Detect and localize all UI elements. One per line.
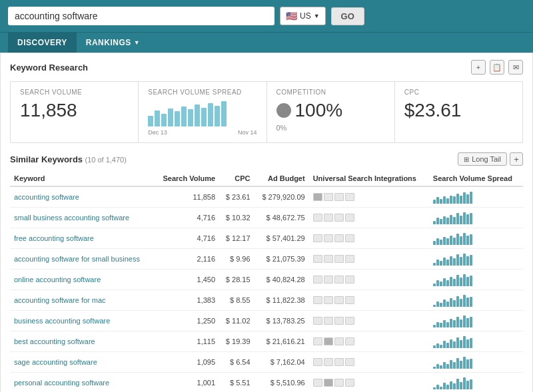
chevron-down-icon: ▼ xyxy=(134,39,140,46)
table-row: best accounting software1,115$ 19.39$ 21… xyxy=(10,331,523,352)
usi-icon xyxy=(324,276,333,284)
cell-spread-sparkline xyxy=(429,311,523,331)
usi-icon xyxy=(313,337,322,345)
keywords-table: Keyword Search Volume CPC Ad Budget Univ… xyxy=(10,171,523,392)
mini-sparkline xyxy=(433,355,519,369)
header-icons: + 📋 ✉ xyxy=(471,60,523,75)
cell-usi xyxy=(309,208,429,228)
cell-usi xyxy=(309,270,429,290)
usi-icon xyxy=(334,214,344,222)
add-icon-button[interactable]: + xyxy=(471,60,486,75)
keyword-link[interactable]: accounting software xyxy=(14,193,79,201)
cell-usi xyxy=(309,290,429,311)
mini-sparkline xyxy=(433,252,519,266)
usi-icon xyxy=(345,214,354,222)
cell-usi xyxy=(309,311,429,331)
search-input[interactable] xyxy=(8,7,274,25)
stat-cpc-label: CPC xyxy=(404,89,513,96)
col-header-ad-budget: Ad Budget xyxy=(255,171,309,186)
flag-icon: 🇺🇸 xyxy=(286,11,297,21)
cell-cpc: $ 5.51 xyxy=(219,373,254,393)
keywords-controls: ⊞ Long Tail + xyxy=(458,152,523,166)
stat-spread: SEARCH VOLUME SPREAD Dec 13 Nov 14 xyxy=(139,82,266,142)
usi-icon xyxy=(324,317,333,325)
table-row: online accounting software1,450$ 28.15$ … xyxy=(10,270,523,290)
sparkline-dates: Dec 13 Nov 14 xyxy=(148,129,257,136)
usi-icon xyxy=(345,337,354,345)
col-header-usi: Universal Search Integrations xyxy=(309,171,429,186)
keyword-link[interactable]: sage accounting software xyxy=(14,358,97,366)
cell-ad-budget: $ 21,075.39 xyxy=(255,249,309,270)
cell-spread-sparkline xyxy=(429,249,523,270)
keyword-link[interactable]: accounting software for small business xyxy=(14,255,140,263)
main-content: Keyword Research + 📋 ✉ SEARCH VOLUME 11,… xyxy=(0,53,533,392)
cell-search-volume: 1,095 xyxy=(154,352,219,373)
email-icon-button[interactable]: ✉ xyxy=(508,60,523,75)
cell-spread-sparkline xyxy=(429,290,523,311)
usi-icon xyxy=(334,358,344,366)
keyword-link[interactable]: personal accounting software xyxy=(14,379,109,387)
col-header-spread: Search Volume Spread xyxy=(429,171,523,186)
keyword-link[interactable]: online accounting software xyxy=(14,276,101,284)
mini-sparkline xyxy=(433,294,519,307)
usi-icon xyxy=(334,337,344,345)
usi-icon xyxy=(313,255,322,263)
sparkline-date-end: Nov 14 xyxy=(238,129,257,136)
usi-icon xyxy=(345,193,354,201)
usi-icon xyxy=(324,214,333,222)
stats-row: SEARCH VOLUME 11,858 SEARCH VOLUME SPREA… xyxy=(10,81,523,143)
keywords-add-button[interactable]: + xyxy=(510,152,523,166)
usi-icon xyxy=(324,379,333,387)
keyword-link[interactable]: business accounting software xyxy=(14,317,110,325)
cell-usi xyxy=(309,186,429,208)
country-selector[interactable]: 🇺🇸 US ▼ xyxy=(280,7,326,25)
usi-icon xyxy=(334,296,344,304)
cell-ad-budget: $ 40,824.28 xyxy=(255,270,309,290)
mini-sparkline xyxy=(433,232,519,245)
cell-spread-sparkline xyxy=(429,186,523,208)
go-button[interactable]: GO xyxy=(331,7,364,25)
usi-icon xyxy=(334,193,344,201)
export-icon-button[interactable]: 📋 xyxy=(490,60,504,75)
cell-search-volume: 11,858 xyxy=(154,186,219,208)
usi-icon xyxy=(334,276,344,284)
cell-ad-budget: $ 21,616.21 xyxy=(255,331,309,352)
usi-icon xyxy=(345,234,354,242)
usi-icon xyxy=(324,255,333,263)
cell-ad-budget: $ 5,510.96 xyxy=(255,373,309,393)
usi-icon xyxy=(313,193,322,201)
col-header-cpc: CPC xyxy=(219,171,254,186)
usi-icon xyxy=(313,214,322,222)
table-header-row: Keyword Search Volume CPC Ad Budget Univ… xyxy=(10,171,523,186)
cell-ad-budget: $ 7,162.04 xyxy=(255,352,309,373)
cell-spread-sparkline xyxy=(429,270,523,290)
keyword-link[interactable]: small business accounting software xyxy=(14,214,129,222)
keyword-link[interactable]: accounting software for mac xyxy=(14,296,106,304)
longtail-button[interactable]: ⊞ Long Tail xyxy=(458,152,507,166)
stat-cpc: CPC $23.61 xyxy=(395,82,522,142)
stat-competition-value: 100% xyxy=(276,100,385,121)
keywords-table-body: accounting software11,858$ 23.61$ 279,92… xyxy=(10,186,523,392)
nav-item-rankings[interactable]: RANKINGS ▼ xyxy=(77,33,149,53)
keyword-link[interactable]: best accounting software xyxy=(14,337,95,345)
cell-search-volume: 1,115 xyxy=(154,331,219,352)
stat-cpc-value: $23.61 xyxy=(404,100,513,121)
table-row: personal accounting software1,001$ 5.51$… xyxy=(10,373,523,393)
nav-item-discovery[interactable]: DISCOVERY xyxy=(8,33,77,53)
longtail-icon: ⊞ xyxy=(464,156,469,163)
cell-cpc: $ 23.61 xyxy=(219,186,254,208)
table-row: business accounting software1,250$ 11.02… xyxy=(10,311,523,331)
cell-cpc: $ 19.39 xyxy=(219,331,254,352)
chevron-down-icon: ▼ xyxy=(314,13,320,19)
keyword-link[interactable]: free accounting software xyxy=(14,234,94,242)
section-title: Keyword Research xyxy=(10,63,88,73)
table-row: accounting software for mac1,383$ 8.55$ … xyxy=(10,290,523,311)
cell-cpc: $ 28.15 xyxy=(219,270,254,290)
table-row: free accounting software4,716$ 12.17$ 57… xyxy=(10,228,523,249)
cell-search-volume: 2,116 xyxy=(154,249,219,270)
keywords-count: (10 of 1,470) xyxy=(85,156,126,164)
table-row: sage accounting software1,095$ 6.54$ 7,1… xyxy=(10,352,523,373)
cell-spread-sparkline xyxy=(429,228,523,249)
spread-sparkline xyxy=(148,100,257,126)
usi-icon xyxy=(313,296,322,304)
